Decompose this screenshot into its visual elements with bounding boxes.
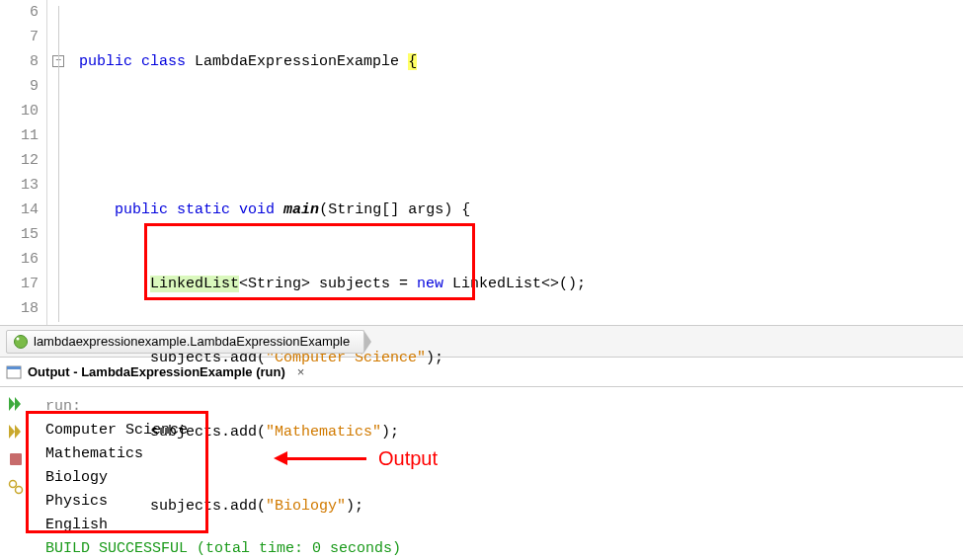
svg-point-0 [15,335,28,348]
svg-point-1 [17,337,20,340]
rerun-button[interactable] [5,393,27,415]
output-pane: run: Computer Science Mathematics Biolog… [0,387,963,560]
output-line: Biology [45,466,963,490]
output-toolbar [0,387,32,560]
line-num: 18 [0,296,39,321]
line-num: 17 [0,272,39,296]
output-content[interactable]: run: Computer Science Mathematics Biolog… [32,387,963,560]
output-line: English [45,514,963,537]
line-num: 8 [0,49,39,74]
class-icon [13,334,29,350]
rerun-same-button[interactable] [5,421,27,442]
settings-button[interactable] [5,476,27,498]
output-line: run: [45,395,963,419]
svg-rect-4 [10,453,22,465]
line-num: 13 [0,173,39,198]
line-num: 7 [0,25,39,49]
line-gutter: 6 7 8 9 10 11 12 13 14 15 16 17 18 [0,0,47,325]
line-num: 14 [0,198,39,222]
line-num: 10 [0,99,39,123]
annotation-label: Output [378,446,438,470]
output-line: Physics [45,490,963,514]
breadcrumb-class[interactable]: lambdaexpressionexample.LambdaExpression… [6,330,364,354]
output-window-icon [6,364,22,380]
code-line [79,123,963,148]
line-num: 12 [0,148,39,173]
line-num: 15 [0,222,39,247]
fold-column: − [47,0,71,325]
code-content[interactable]: public class LambdaExpressionExample { p… [71,0,963,325]
code-line: public static void main(String[] args) { [79,198,963,222]
stop-button[interactable] [5,448,27,470]
output-line: Mathematics [45,442,963,466]
output-line-build: BUILD SUCCESSFUL (total time: 0 seconds) [45,537,963,560]
svg-point-5 [10,481,17,488]
svg-rect-3 [7,366,21,369]
breadcrumb-label: lambdaexpressionexample.LambdaExpression… [34,334,350,349]
arrow-line [287,457,366,460]
line-num: 16 [0,247,39,272]
line-num: 9 [0,74,39,99]
svg-point-6 [16,487,23,494]
fold-line [58,6,59,322]
annotation-arrow: Output [274,446,438,470]
output-line: Computer Science [45,419,963,442]
code-line: public class LambdaExpressionExample { [79,49,963,74]
code-line: LinkedList<String> subjects = new Linked… [79,272,963,296]
code-editor[interactable]: 6 7 8 9 10 11 12 13 14 15 16 17 18 − pub… [0,0,963,326]
line-num: 6 [0,0,39,25]
line-num: 11 [0,123,39,148]
arrow-left-icon [274,451,287,465]
